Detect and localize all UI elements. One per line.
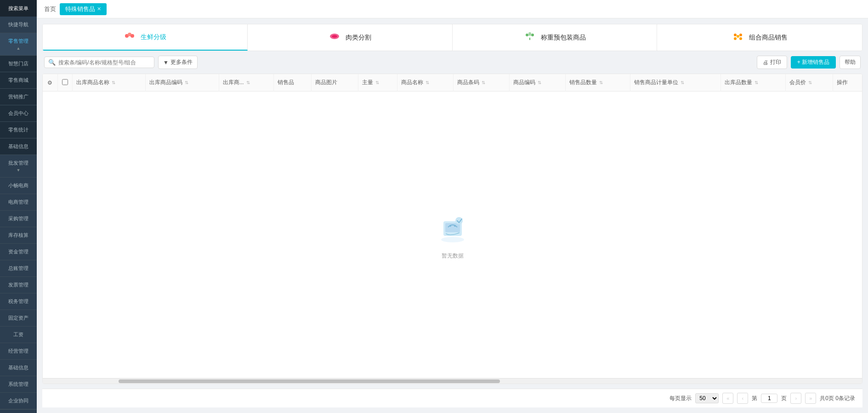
retail-mgmt-arrow-icon: ▲ bbox=[17, 46, 21, 51]
category-tab-scale-prepack[interactable]: 称重预包装商品 bbox=[453, 24, 658, 51]
sort-icon: ⇅ bbox=[599, 80, 603, 85]
col-out-product-extra-label: 出库商... bbox=[223, 79, 244, 86]
active-tab[interactable]: 特殊销售品 ✕ bbox=[60, 3, 107, 15]
category-tab-combo-product[interactable]: 组合商品销售 bbox=[657, 24, 862, 51]
table-header-row: ⚙ 出库商品名称 ⇅ 出库商品编码 ⇅ bbox=[43, 74, 862, 92]
sidebar-item-smart-store[interactable]: 智慧门店 bbox=[0, 56, 37, 72]
category-tab-meat-cut[interactable]: 肉类分割 bbox=[248, 24, 453, 51]
page-suffix: 页 bbox=[781, 395, 787, 402]
horizontal-scrollbar[interactable] bbox=[43, 378, 862, 384]
sidebar-item-enterprise-coop[interactable]: 企业协同 bbox=[0, 393, 37, 409]
category-tab-fresh-grade[interactable]: 生鲜分级 bbox=[43, 24, 248, 51]
filter-button[interactable]: ▼ 更多条件 bbox=[158, 56, 198, 69]
col-sales-unit[interactable]: 销售商品计量单位 ⇅ bbox=[630, 74, 720, 92]
first-page-button[interactable]: « bbox=[722, 393, 733, 404]
col-barcode-label: 商品条码 bbox=[457, 79, 479, 86]
col-check[interactable] bbox=[57, 74, 72, 92]
col-actions-label: 操作 bbox=[837, 79, 848, 86]
sort-icon: ⇅ bbox=[681, 80, 684, 85]
sidebar-item-ecom-mgmt[interactable]: 电商管理 bbox=[0, 194, 37, 211]
combo-product-icon bbox=[732, 31, 744, 44]
scrollbar-thumb[interactable] bbox=[119, 379, 500, 383]
col-product-name[interactable]: 商品名称 ⇅ bbox=[397, 74, 453, 92]
svg-point-18 bbox=[449, 225, 451, 227]
purchase-mgmt-label: 采购管理 bbox=[8, 215, 28, 222]
help-button[interactable]: 帮助 bbox=[840, 56, 861, 69]
sort-icon: ⇅ bbox=[375, 80, 379, 85]
new-product-button[interactable]: + 新增销售品 bbox=[791, 56, 836, 69]
col-sales-qty[interactable]: 销售品数量 ⇅ bbox=[566, 74, 630, 92]
new-product-label: + 新增销售品 bbox=[797, 58, 829, 66]
sidebar-item-wholesale-mgmt[interactable]: 批发管理 ▼ bbox=[0, 155, 37, 178]
settings-icon: ⚙ bbox=[47, 80, 52, 86]
sidebar-item-marketing[interactable]: 营销推广 bbox=[0, 89, 37, 105]
sidebar-item-fixed-assets[interactable]: 固定资产 bbox=[0, 310, 37, 327]
last-page-button[interactable]: » bbox=[805, 393, 816, 404]
col-sales-product[interactable]: 销售品 bbox=[273, 74, 312, 92]
enterprise-coop-label: 企业协同 bbox=[8, 397, 28, 404]
prev-page-icon: ‹ bbox=[742, 396, 743, 401]
quick-nav-label: 快捷导航 bbox=[8, 21, 28, 28]
basic-info-label: 基础信息 bbox=[8, 143, 28, 150]
col-product-image[interactable]: 商品图片 bbox=[312, 74, 358, 92]
wholesale-mgmt-label: 批发管理 bbox=[8, 160, 28, 166]
retail-mgmt-label: 零售管理 bbox=[8, 38, 28, 45]
check-all-input[interactable] bbox=[62, 79, 68, 85]
sidebar-item-member-center[interactable]: 会员中心 bbox=[0, 105, 37, 122]
col-out-product-name[interactable]: 出库商品名称 ⇅ bbox=[72, 74, 146, 92]
svg-point-7 bbox=[528, 32, 531, 35]
tax-mgmt-label: 税务管理 bbox=[8, 298, 28, 305]
total-info: 共0页 0条记录 bbox=[820, 395, 855, 402]
sidebar-item-basic-info2[interactable]: 基础信息 bbox=[0, 360, 37, 376]
col-out-product-extra[interactable]: 出库商... ⇅ bbox=[219, 74, 273, 92]
sidebar-item-purchase-mgmt[interactable]: 采购管理 bbox=[0, 211, 37, 227]
col-member-price[interactable]: 会员价 ⇅ bbox=[785, 74, 833, 92]
page-number-input[interactable] bbox=[761, 394, 777, 403]
sidebar-item-retail-mgmt[interactable]: 零售管理 ▲ bbox=[0, 33, 37, 56]
data-table-container: ⚙ 出库商品名称 ⇅ 出库商品编码 ⇅ bbox=[42, 74, 862, 384]
wholesale-mgmt-arrow-icon: ▼ bbox=[17, 168, 21, 172]
search-input[interactable] bbox=[58, 59, 150, 66]
svg-point-12 bbox=[734, 37, 737, 40]
sidebar-item-retail-stats[interactable]: 零售统计 bbox=[0, 122, 37, 138]
toolbar-right: 🖨 打印 + 新增销售品 帮助 bbox=[757, 56, 861, 69]
prev-page-button[interactable]: ‹ bbox=[737, 393, 748, 404]
sort-icon: ⇅ bbox=[755, 80, 758, 85]
scale-prepack-label: 称重预包装商品 bbox=[541, 34, 586, 42]
print-icon: 🖨 bbox=[763, 59, 768, 66]
sidebar-item-payroll[interactable]: 工资 bbox=[0, 327, 37, 343]
sort-icon: ⇅ bbox=[538, 80, 541, 85]
per-page-select[interactable]: 50 10 20 100 bbox=[695, 393, 719, 403]
tab-close-icon[interactable]: ✕ bbox=[97, 6, 101, 12]
svg-point-4 bbox=[332, 35, 337, 38]
search-box[interactable]: 🔍 bbox=[44, 57, 154, 68]
col-settings[interactable]: ⚙ bbox=[43, 74, 57, 92]
sidebar-item-inventory[interactable]: 库存核算 bbox=[0, 227, 37, 244]
first-page-icon: « bbox=[726, 396, 729, 401]
col-out-qty[interactable]: 出库品数量 ⇅ bbox=[720, 74, 785, 92]
sidebar-item-general-ledger[interactable]: 总账管理 bbox=[0, 260, 37, 277]
meat-cut-label: 肉类分割 bbox=[346, 34, 371, 42]
sidebar-item-invoice-mgmt[interactable]: 发票管理 bbox=[0, 277, 37, 293]
empty-state: 暂无数据 bbox=[43, 92, 862, 378]
meat-cut-icon bbox=[328, 31, 341, 44]
print-button[interactable]: 🖨 打印 bbox=[757, 56, 787, 69]
sidebar-item-sys-mgmt[interactable]: 系统管理 bbox=[0, 376, 37, 393]
sidebar-item-retail-mall[interactable]: 零售商城 bbox=[0, 72, 37, 89]
col-out-product-code[interactable]: 出库商品编码 ⇅ bbox=[146, 74, 219, 92]
sidebar-item-tax-mgmt[interactable]: 税务管理 bbox=[0, 293, 37, 310]
sidebar-item-biz-mgmt[interactable]: 经营管理 bbox=[0, 343, 37, 360]
ecom-mgmt-label: 电商管理 bbox=[8, 199, 28, 206]
sidebar-item-finance[interactable]: 资金管理 bbox=[0, 244, 37, 260]
sidebar-logo[interactable]: 搜索菜单 bbox=[0, 0, 37, 17]
sidebar-bottom: 新手引导 ⚙ bbox=[0, 409, 37, 413]
fixed-assets-label: 固定资产 bbox=[8, 315, 28, 321]
sidebar-item-mini-ecom[interactable]: 小畅电商 bbox=[0, 178, 37, 194]
next-page-button[interactable]: › bbox=[790, 393, 801, 404]
svg-point-2 bbox=[130, 34, 134, 38]
col-barcode[interactable]: 商品条码 ⇅ bbox=[453, 74, 509, 92]
sidebar-item-quick-nav[interactable]: 快捷导航 bbox=[0, 17, 37, 33]
sidebar-item-basic-info[interactable]: 基础信息 bbox=[0, 138, 37, 155]
col-main-weight[interactable]: 主量 ⇅ bbox=[358, 74, 397, 92]
col-product-code[interactable]: 商品编码 ⇅ bbox=[509, 74, 565, 92]
